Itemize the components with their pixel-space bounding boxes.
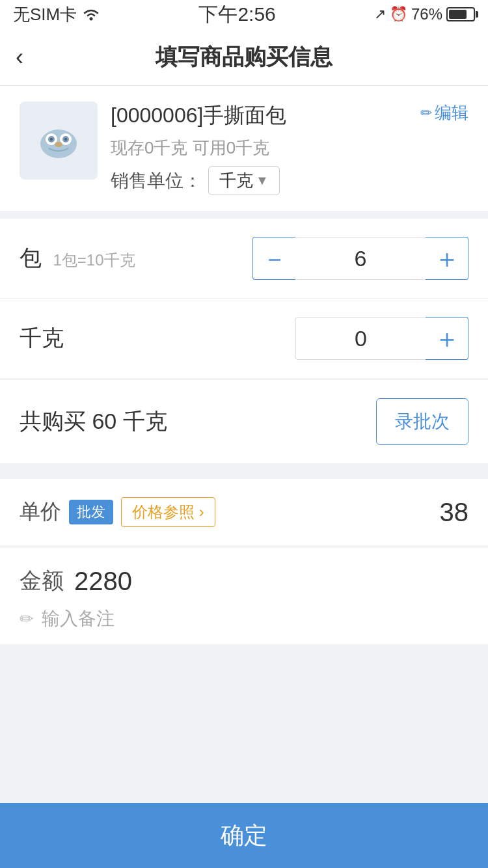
price-ref-button[interactable]: 价格参照 › xyxy=(121,497,215,527)
price-section: 单价 批发 价格参照 › 38 xyxy=(0,479,488,545)
product-section: [0000006]手撕面包 现存0千克 可用0千克 销售单位： 千克 ▼ ✏ 编… xyxy=(0,86,488,211)
price-left: 单价 批发 价格参照 › xyxy=(20,497,215,527)
edit-label: 编辑 xyxy=(435,102,468,124)
carrier-text: 无SIM卡 xyxy=(13,3,77,26)
bao-sub-label: 1包=10千克 xyxy=(53,251,135,269)
price-tag: 批发 xyxy=(69,500,113,524)
amount-value: 2280 xyxy=(74,567,132,596)
bao-qty-control: － ＋ xyxy=(252,237,468,280)
amount-section: 金额 2280 ✏ 输入备注 xyxy=(0,548,488,644)
svg-point-8 xyxy=(55,142,62,147)
bao-decrement-button[interactable]: － xyxy=(252,237,295,280)
edit-link[interactable]: ✏ 编辑 xyxy=(420,102,468,124)
qianke-input-row: 千克 ＋ xyxy=(0,299,488,379)
bao-input-section: 包 1包=10千克 － ＋ 千克 ＋ xyxy=(0,219,488,379)
status-time: 下午2:56 xyxy=(198,1,275,28)
price-label: 单价 xyxy=(20,498,61,526)
total-row: 共购买 60 千克 录批次 xyxy=(0,380,488,463)
total-text: 共购买 60 千克 xyxy=(20,407,167,437)
qianke-label: 千克 xyxy=(20,323,295,353)
status-right: ↗ ⏰ 76% xyxy=(374,5,475,23)
confirm-button[interactable]: 确定 xyxy=(0,803,488,868)
record-batch-button[interactable]: 录批次 xyxy=(376,398,468,445)
page-title: 填写商品购买信息 xyxy=(156,42,332,72)
qianke-qty-input[interactable] xyxy=(295,317,426,360)
status-bar: 无SIM卡 下午2:56 ↗ ⏰ 76% xyxy=(0,0,488,29)
chevron-down-icon: ▼ xyxy=(256,173,269,188)
svg-point-0 xyxy=(90,18,93,21)
product-info: [0000006]手撕面包 现存0千克 可用0千克 销售单位： 千克 ▼ xyxy=(111,102,468,195)
product-owl-icon xyxy=(36,121,81,160)
product-code-name: [0000006]手撕面包 xyxy=(111,102,468,130)
svg-point-7 xyxy=(64,138,67,141)
battery-icon xyxy=(446,7,475,21)
bao-increment-button[interactable]: ＋ xyxy=(426,237,468,280)
location-icon: ↗ xyxy=(374,6,386,23)
remark-pencil-icon: ✏ xyxy=(20,609,34,629)
nav-bar: ‹ 填写商品购买信息 xyxy=(0,29,488,86)
amount-label: 金额 xyxy=(20,566,64,596)
status-left: 无SIM卡 xyxy=(13,3,100,26)
back-button[interactable]: ‹ xyxy=(16,44,23,71)
alarm-icon: ⏰ xyxy=(390,6,407,23)
product-unit-row: 销售单位： 千克 ▼ xyxy=(111,166,468,195)
wifi-icon xyxy=(82,8,100,21)
svg-point-6 xyxy=(50,138,53,141)
qianke-qty-control: ＋ xyxy=(295,317,468,360)
bao-input-row: 包 1包=10千克 － ＋ xyxy=(0,219,488,299)
price-value: 38 xyxy=(440,498,469,527)
bao-qty-input[interactable] xyxy=(295,237,426,280)
unit-label: 销售单位： xyxy=(111,169,202,193)
divider xyxy=(0,471,488,479)
unit-select[interactable]: 千克 ▼ xyxy=(208,166,280,195)
qianke-increment-button[interactable]: ＋ xyxy=(426,317,468,360)
unit-value: 千克 xyxy=(219,169,253,192)
remark-placeholder: 输入备注 xyxy=(42,606,115,631)
edit-pencil-icon: ✏ xyxy=(420,105,432,122)
product-stock: 现存0千克 可用0千克 xyxy=(111,137,468,159)
amount-row: 金额 2280 xyxy=(20,566,468,596)
remark-row[interactable]: ✏ 输入备注 xyxy=(20,606,468,631)
product-thumbnail xyxy=(20,102,98,180)
battery-percent: 76% xyxy=(411,5,442,23)
bao-label: 包 1包=10千克 xyxy=(20,243,252,273)
